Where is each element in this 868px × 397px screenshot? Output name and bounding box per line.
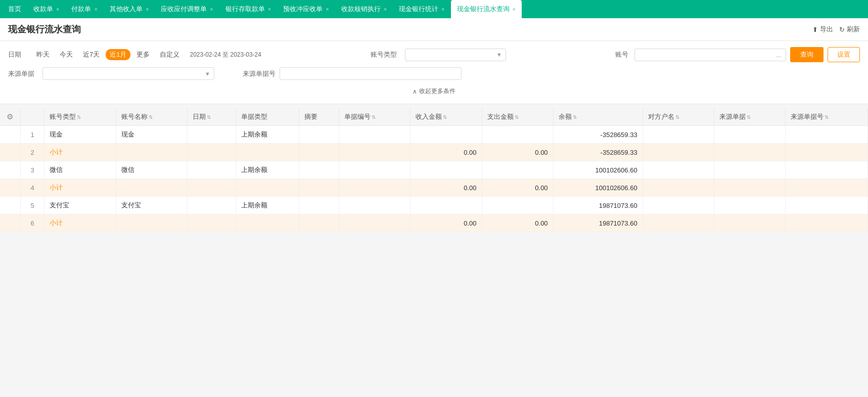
sort-account-name-icon: ⇅ [149, 114, 153, 120]
account-input[interactable] [639, 51, 776, 59]
col-source-doc-no[interactable]: 来源单据号⇅ [785, 108, 867, 126]
table-cell [643, 144, 714, 161]
nav-verify[interactable]: 收款核销执行 × [335, 0, 393, 18]
close-bank-deposit-tab[interactable]: × [268, 6, 271, 12]
query-button[interactable]: 查询 [790, 47, 824, 62]
table-cell: 0.00 [410, 214, 482, 232]
col-income[interactable]: 收入金额⇅ [410, 108, 482, 126]
date-opt-7days[interactable]: 近7天 [79, 49, 104, 60]
date-opt-yesterday[interactable]: 昨天 [32, 49, 54, 60]
table-cell [410, 126, 482, 144]
account-type-label: 账号类型 [371, 50, 401, 59]
table-cell [643, 161, 714, 179]
gear-icon[interactable]: ⚙ [7, 112, 13, 121]
nav-stats[interactable]: 现金银行统计 × [393, 0, 450, 18]
sort-expense-icon: ⇅ [515, 114, 519, 120]
col-doc-type: 单据类型 [236, 108, 299, 126]
table-cell: 100102606.60 [553, 179, 643, 197]
table-cell [187, 197, 236, 214]
table-cell [187, 126, 236, 144]
table-cell [714, 214, 785, 232]
table-cell [187, 161, 236, 179]
table-cell: 现金 [44, 126, 116, 144]
table-cell [643, 179, 714, 197]
table-cell: 上期余额 [236, 161, 299, 179]
nav-adjustment[interactable]: 应收应付调整单 × [155, 0, 219, 18]
account-type-select[interactable] [405, 49, 506, 61]
nav-flow-query[interactable]: 现金银行流水查询 × [451, 0, 522, 18]
nav-prepay[interactable]: 预收冲应收单 × [277, 0, 335, 18]
date-label: 日期 [8, 50, 28, 59]
close-other-income-tab[interactable]: × [146, 6, 149, 12]
table-cell [785, 179, 867, 197]
nav-payment[interactable]: 付款单 × [65, 0, 103, 18]
col-rownum [20, 108, 44, 126]
close-stats-tab[interactable]: × [441, 6, 444, 12]
sort-counterparty-icon: ⇅ [675, 114, 679, 120]
filter-row-1: 日期 昨天 今天 近7天 近1月 更多 自定义 2023-02-24 至 202… [8, 47, 860, 62]
table-cell: 5 [20, 197, 44, 214]
table-cell [0, 214, 20, 232]
table-cell: 现金 [116, 126, 187, 144]
table-cell: 小计 [44, 179, 116, 197]
table-cell: 19871073.60 [553, 197, 643, 214]
collapse-label: 收起更多条件 [419, 87, 455, 96]
col-balance[interactable]: 余额⇅ [553, 108, 643, 126]
refresh-button[interactable]: ↻ 刷新 [839, 25, 860, 34]
table-cell: 小计 [44, 144, 116, 161]
table-cell [187, 179, 236, 197]
date-opt-today[interactable]: 今天 [56, 49, 77, 60]
date-opt-1month[interactable]: 近1月 [106, 49, 130, 60]
table-cell: 100102606.60 [553, 161, 643, 179]
col-date[interactable]: 日期⇅ [187, 108, 236, 126]
account-dots-button[interactable]: ... [776, 51, 782, 59]
table-cell [187, 214, 236, 232]
table-cell [482, 197, 553, 214]
nav-bank-deposit[interactable]: 银行存取款单 × [219, 0, 277, 18]
refresh-icon: ↻ [839, 26, 845, 33]
collapse-bar[interactable]: ∧ 收起更多条件 [8, 85, 860, 100]
export-button[interactable]: ⬆ 导出 [812, 25, 833, 34]
table-cell [0, 179, 20, 197]
col-summary: 摘要 [299, 108, 339, 126]
close-payment-tab[interactable]: × [94, 6, 97, 12]
table-cell: 3 [20, 161, 44, 179]
col-expense[interactable]: 支出金额⇅ [482, 108, 553, 126]
date-opt-custom[interactable]: 自定义 [156, 49, 184, 60]
date-opt-more[interactable]: 更多 [132, 49, 154, 60]
col-account-type[interactable]: 账号类型⇅ [44, 108, 116, 126]
table-cell [785, 126, 867, 144]
source-doc-no-label: 来源单据号 [243, 69, 276, 78]
sort-date-icon: ⇅ [207, 114, 211, 120]
col-counterparty[interactable]: 对方户名⇅ [643, 108, 714, 126]
table-cell [410, 197, 482, 214]
close-flow-query-tab[interactable]: × [513, 6, 516, 12]
table-cell [339, 179, 410, 197]
table-cell: 0.00 [482, 179, 553, 197]
source-doc-select[interactable] [42, 67, 214, 80]
table-header-row: ⚙ 账号类型⇅ 账号名称⇅ 日期⇅ 单据类型 摘要 单据编号⇅ 收入金 [0, 108, 868, 126]
col-account-name[interactable]: 账号名称⇅ [116, 108, 187, 126]
table-cell [0, 197, 20, 214]
col-gear[interactable]: ⚙ [0, 108, 20, 126]
table-row: 2小计0.000.00-3528659.33 [0, 144, 868, 161]
sort-account-type-icon: ⇅ [77, 114, 81, 120]
close-verify-tab[interactable]: × [384, 6, 387, 12]
nav-home[interactable]: 首页 [2, 0, 27, 18]
close-receipt-tab[interactable]: × [56, 6, 59, 12]
col-source-doc[interactable]: 来源单据⇅ [714, 108, 785, 126]
table-cell [236, 144, 299, 161]
account-label: 账号 [615, 50, 630, 59]
settings-button[interactable]: 设置 [828, 47, 860, 62]
table-container: ⚙ 账号类型⇅ 账号名称⇅ 日期⇅ 单据类型 摘要 单据编号⇅ 收入金 [0, 108, 868, 232]
col-doc-no[interactable]: 单据编号⇅ [339, 108, 410, 126]
table-cell [785, 144, 867, 161]
close-adjustment-tab[interactable]: × [210, 6, 213, 12]
nav-other-income[interactable]: 其他收入单 × [104, 0, 155, 18]
export-icon: ⬆ [812, 26, 818, 33]
nav-receipt[interactable]: 收款单 × [27, 0, 65, 18]
source-doc-no-input[interactable] [280, 67, 462, 80]
close-prepay-tab[interactable]: × [326, 6, 329, 12]
table-cell: -3528659.33 [553, 144, 643, 161]
table-cell: 2 [20, 144, 44, 161]
